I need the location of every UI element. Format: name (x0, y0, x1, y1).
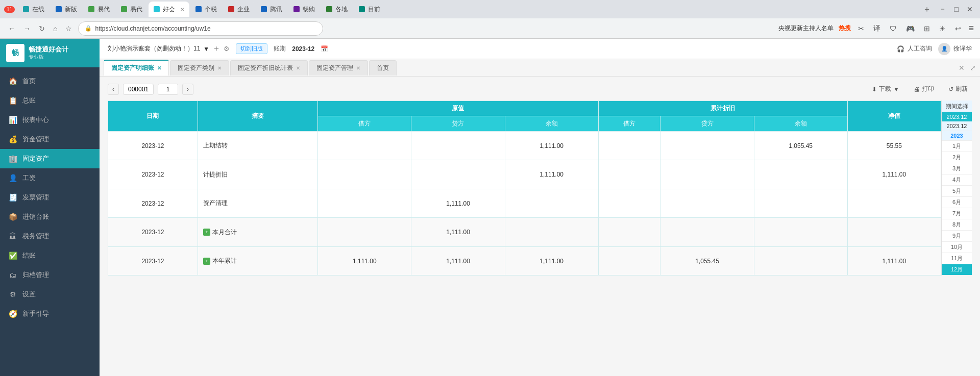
sidebar-item-guide[interactable]: 🧭新手引导 (0, 304, 100, 323)
address-input[interactable]: 🔒 https://cloud.chanjet.com/accounting/u… (78, 21, 323, 36)
settings-icon[interactable]: ⚙ (224, 45, 230, 53)
favicon-6 (195, 6, 202, 12)
expand-panel-button[interactable]: ⤢ (970, 64, 976, 72)
maximize-button[interactable]: □ (951, 4, 962, 14)
sidebar-item-inventory[interactable]: 📦进销台账 (0, 207, 100, 227)
col-acc-dep: 累计折旧 (598, 101, 847, 116)
page-tab-asset-category[interactable]: 固定资产类别✕ (170, 60, 229, 76)
sidebar-item-invoice[interactable]: 🧾发票管理 (0, 188, 100, 207)
sidebar-item-report[interactable]: 📊报表中心 (0, 110, 100, 130)
browser-tab-8[interactable]: 腾讯 (256, 2, 287, 17)
forward-button[interactable]: → (21, 22, 33, 35)
sidebar-item-assets[interactable]: 🏢固定资产 (0, 149, 100, 168)
address-bar: ← → ↻ ⌂ ☆ 🔒 https://cloud.chanjet.com/ac… (0, 18, 980, 39)
prev-page-button[interactable]: ‹ (108, 84, 119, 95)
cell-orig-credit (411, 132, 505, 160)
period-month-2月[interactable]: 2月 (942, 152, 972, 163)
sidebar-item-archive[interactable]: 🗂归档管理 (0, 265, 100, 285)
grid-icon[interactable]: ⊞ (922, 23, 932, 34)
period-month-3月[interactable]: 3月 (942, 163, 972, 174)
dropdown-icon[interactable]: ▼ (203, 45, 209, 53)
brightness-icon[interactable]: ☀ (937, 23, 948, 34)
period-year[interactable]: 2023 (942, 131, 972, 141)
sidebar-item-general[interactable]: 📋总账 (0, 91, 100, 110)
period-month-6月[interactable]: 6月 (942, 197, 972, 208)
browser-tab-3[interactable]: 易代 (83, 2, 115, 17)
period-month-9月[interactable]: 9月 (942, 231, 972, 242)
cell-orig-credit (411, 160, 505, 189)
tab-close-5[interactable]: ✕ (180, 7, 184, 12)
sidebar-item-salary[interactable]: 👤工资 (0, 168, 100, 188)
sidebar-item-funds[interactable]: 💰资金管理 (0, 130, 100, 149)
cell-summary: 资产清理 (198, 189, 317, 217)
page-tab-close-depreciation[interactable]: ✕ (296, 65, 300, 71)
home-browser-button[interactable]: ⌂ (51, 22, 59, 35)
cell-orig-credit: 1,111.00 (411, 218, 505, 246)
browser-tab-7[interactable]: 企业 (223, 2, 255, 17)
add-account-button[interactable]: ＋ (212, 43, 220, 54)
page-tab-close-asset-category[interactable]: ✕ (217, 65, 222, 71)
sidebar-item-tax[interactable]: 🏛税务管理 (0, 227, 100, 246)
page-code-input[interactable] (123, 84, 154, 95)
page-number-input[interactable] (158, 84, 178, 95)
browser-tab-2[interactable]: 新版 (51, 2, 82, 17)
minimize-button[interactable]: － (936, 4, 949, 15)
period-month-1月[interactable]: 1月 (942, 141, 972, 152)
period-month-4月[interactable]: 4月 (942, 174, 972, 186)
browser-tab-11[interactable]: 目前 (354, 2, 385, 17)
calendar-icon[interactable]: 📅 (321, 45, 328, 53)
scissors-icon[interactable]: ✂ (856, 23, 866, 34)
content-toolbar: ‹ › ⬇ 下载 ▼ 🖨 打印 (108, 83, 972, 95)
period-month-12月[interactable]: 12月 (942, 264, 972, 275)
period-date-1[interactable]: 2023.12 (942, 112, 972, 121)
browser-tab-4[interactable]: 易代 (116, 2, 148, 17)
menu-button[interactable]: ≡ (968, 23, 974, 34)
user-profile[interactable]: 👤 徐译华 (938, 43, 972, 55)
cell-dep-balance (754, 246, 847, 275)
next-page-button[interactable]: › (182, 84, 193, 95)
period-date-2[interactable]: 2023.12 (942, 121, 972, 131)
service-btn[interactable]: 🎧 人工咨询 (897, 44, 932, 53)
print-button[interactable]: 🖨 打印 (910, 83, 938, 95)
hot-search-label[interactable]: 热搜 (839, 24, 851, 33)
sidebar-item-checkout[interactable]: ✅结账 (0, 246, 100, 265)
period-month-5月[interactable]: 5月 (942, 186, 972, 197)
refresh-button[interactable]: ↺ 刷新 (944, 83, 972, 95)
col-orig-debit: 借方 (318, 116, 411, 132)
browser-tab-1[interactable]: 在线 (18, 2, 50, 17)
game-icon[interactable]: 🎮 (904, 23, 917, 34)
refresh-browser-button[interactable]: ↻ (37, 22, 47, 35)
new-tab-button[interactable]: ＋ (919, 4, 935, 15)
period-month-10月[interactable]: 10月 (942, 242, 972, 253)
page-tab-close-assets-mgmt[interactable]: ✕ (356, 65, 360, 71)
page-tab-depreciation[interactable]: 固定资产折旧统计表✕ (230, 60, 308, 76)
bookmark-button[interactable]: ☆ (63, 22, 74, 35)
cell-orig-debit: 1,111.00 (318, 246, 411, 275)
close-button[interactable]: ✕ (964, 4, 976, 14)
cell-orig-balance: 1,111.00 (505, 132, 598, 160)
version-switch-btn[interactable]: 切到旧版 (236, 43, 267, 54)
browser-tab-10[interactable]: 各地 (321, 2, 353, 17)
browser-tab-6[interactable]: 个税 (190, 2, 222, 17)
page-tab-asset-ledger[interactable]: 固定资产明细账✕ (104, 60, 169, 76)
period-month-7月[interactable]: 7月 (942, 208, 972, 219)
back-button[interactable]: ← (6, 22, 17, 35)
undo-icon[interactable]: ↩ (953, 23, 963, 34)
col-dep-credit: 贷方 (660, 116, 754, 132)
close-panel-button[interactable]: ✕ (959, 64, 965, 72)
extension-icon[interactable]: 🛡 (888, 23, 899, 34)
account-name: 刘小艳演示账套（勿删勿动！）11 (108, 44, 200, 53)
period-month-11月[interactable]: 11月 (942, 253, 972, 264)
page-tab-close-asset-ledger[interactable]: ✕ (157, 65, 161, 71)
page-tab-home[interactable]: 首页 (369, 60, 397, 76)
sidebar-item-home[interactable]: 🏠首页 (0, 71, 100, 91)
page-tab-assets-mgmt[interactable]: 固定资产管理✕ (309, 60, 368, 76)
page-tab-label-asset-category: 固定资产类别 (178, 64, 214, 72)
download-button[interactable]: ⬇ 下载 ▼ (868, 83, 903, 95)
sidebar-item-settings[interactable]: ⚙设置 (0, 285, 100, 304)
period-month-8月[interactable]: 8月 (942, 219, 972, 231)
browser-tab-9[interactable]: 畅购 (288, 2, 320, 17)
translate-icon[interactable]: 译 (871, 23, 883, 34)
browser-tab-5[interactable]: 好会✕ (149, 2, 189, 17)
tab-label-6: 个税 (205, 5, 217, 14)
